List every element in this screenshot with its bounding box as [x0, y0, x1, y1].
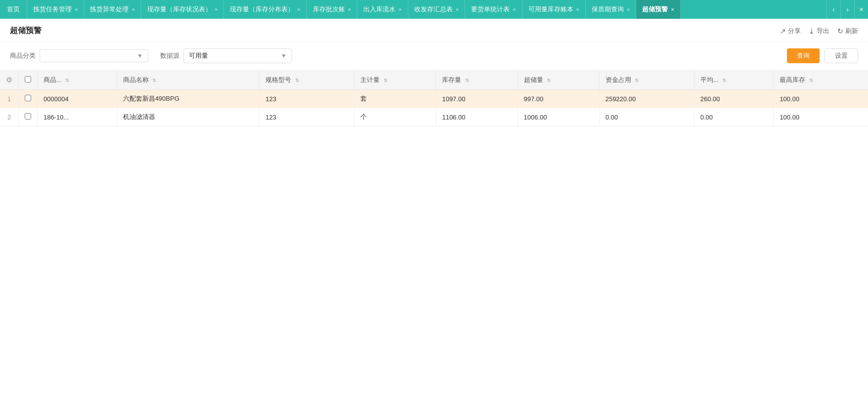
gear-icon[interactable]: ⚙ [6, 76, 12, 84]
select-all-checkbox[interactable] [25, 76, 31, 82]
close-icon[interactable]: × [576, 6, 579, 12]
filter-category: 商品分类 ▼ [10, 49, 148, 62]
nav-tab-jianghuo-yichang[interactable]: 拣货异常处理 × [84, 0, 141, 19]
export-icon: ⤓ [809, 27, 815, 35]
close-icon[interactable]: × [348, 6, 351, 12]
row-checkbox-cell [19, 108, 38, 126]
row-num: 1 [0, 90, 19, 108]
cell-stock: 1097.00 [436, 90, 518, 108]
nav-tab-jianghuo-renwu[interactable]: 拣货任务管理 × [27, 0, 84, 19]
main-table: ⚙ 商品... ⇅ 商品名称 ⇅ 规格型号 ⇅ [0, 71, 868, 126]
datasource-label: 数据源 [160, 51, 179, 60]
nav-arrow-close[interactable]: × [854, 0, 868, 19]
filter-area: 商品分类 ▼ 数据源 可用量 ▼ 查询 设置 [0, 41, 868, 71]
nav-tab-keyongliang-zhangben[interactable]: 可用量库存账本 × [522, 0, 586, 19]
row-checkbox[interactable] [25, 95, 31, 101]
th-unit[interactable]: 主计量 ⇅ [354, 71, 436, 90]
datasource-select-value: 可用量 [189, 51, 208, 60]
th-max-stock[interactable]: 最高库存 ⇅ [774, 71, 868, 90]
sort-icon: ⇅ [65, 78, 69, 83]
close-icon[interactable]: × [513, 6, 516, 12]
cell-product-code: 186-10... [38, 108, 117, 126]
top-navigation: 首页 拣货任务管理 × 拣货异常处理 × 现存量（库存状况表） × 现存量（库存… [0, 0, 868, 19]
datasource-select[interactable]: 可用量 ▼ [183, 48, 292, 63]
cell-max-stock: 100.00 [774, 108, 868, 126]
nav-tab-chaochuyujing[interactable]: 超储预警 × [636, 0, 680, 19]
nav-tab-yaohuo-tongji[interactable]: 要货单统计表 × [465, 0, 522, 19]
chevron-down-icon: ▼ [281, 52, 287, 59]
close-icon[interactable]: × [627, 6, 630, 12]
header-actions: ↗ 分享 ⤓ 导出 ↻ 刷新 [780, 27, 858, 36]
page-header: 超储预警 ↗ 分享 ⤓ 导出 ↻ 刷新 [0, 19, 868, 41]
row-checkbox[interactable] [25, 113, 31, 119]
cell-product-name: 机油滤清器 [117, 108, 260, 126]
refresh-icon: ↻ [837, 27, 843, 35]
sort-icon: ⇅ [384, 78, 388, 83]
cell-avg: 0.00 [694, 108, 774, 126]
cell-overstock: 997.00 [518, 90, 599, 108]
nav-tab-shoufacun-huizong[interactable]: 收发存汇总表 × [408, 0, 465, 19]
nav-tab-xiancunliang-kuanzhuang[interactable]: 现存量（库存状况表） × [141, 0, 224, 19]
close-icon[interactable]: × [215, 6, 217, 12]
table-body: 1 0000004 六配套新昌490BPG 123 套 1097.00 997.… [0, 90, 868, 126]
sort-icon: ⇅ [295, 78, 299, 83]
th-product-name[interactable]: 商品名称 ⇅ [117, 71, 260, 90]
th-stock[interactable]: 库存量 ⇅ [436, 71, 518, 90]
cell-stock: 1106.00 [436, 108, 518, 126]
sort-icon: ⇅ [152, 78, 156, 83]
close-icon[interactable]: × [297, 6, 300, 12]
close-icon[interactable]: × [671, 6, 674, 12]
close-icon[interactable]: × [398, 6, 401, 12]
th-avg[interactable]: 平均... ⇅ [694, 71, 774, 90]
table-header-row: ⚙ 商品... ⇅ 商品名称 ⇅ 规格型号 ⇅ [0, 71, 868, 90]
share-icon: ↗ [780, 27, 786, 35]
nav-arrow-left[interactable]: ‹ [826, 0, 840, 19]
sort-icon: ⇅ [722, 78, 726, 83]
close-icon[interactable]: × [456, 6, 459, 12]
category-label: 商品分类 [10, 51, 36, 60]
nav-arrows: ‹ › × [826, 0, 868, 19]
nav-tab-xiancunliang-fenbiao[interactable]: 现存量（库存分布表） × [224, 0, 306, 19]
cell-spec: 123 [260, 90, 354, 108]
th-checkbox [19, 71, 38, 90]
sort-icon: ⇅ [635, 78, 639, 83]
filter-actions: 查询 设置 [787, 48, 858, 63]
cell-unit: 套 [354, 90, 436, 108]
cell-overstock: 1006.00 [518, 108, 599, 126]
query-button[interactable]: 查询 [787, 48, 820, 63]
nav-arrow-right[interactable]: › [840, 0, 854, 19]
th-overstock[interactable]: 超储量 ⇅ [518, 71, 599, 90]
category-select[interactable]: ▼ [40, 49, 148, 62]
nav-tab-baozhi-chaxun[interactable]: 保质期查询 × [586, 0, 636, 19]
th-settings: ⚙ [0, 71, 19, 90]
th-capital[interactable]: 资金占用 ⇅ [599, 71, 694, 90]
refresh-button[interactable]: ↻ 刷新 [837, 27, 858, 36]
sort-icon: ⇅ [465, 78, 469, 83]
nav-tab-kucun-pici[interactable]: 库存批次账 × [307, 0, 357, 19]
page-title: 超储预警 [10, 26, 42, 36]
filter-datasource: 数据源 可用量 ▼ [160, 48, 292, 63]
close-icon[interactable]: × [131, 6, 134, 12]
table-row: 2 186-10... 机油滤清器 123 个 1106.00 1006.00 … [0, 108, 868, 126]
cell-capital: 259220.00 [599, 90, 694, 108]
cell-avg: 260.00 [694, 90, 774, 108]
row-checkbox-cell [19, 90, 38, 108]
settings-button[interactable]: 设置 [825, 48, 858, 63]
row-num: 2 [0, 108, 19, 126]
close-icon[interactable]: × [75, 6, 78, 12]
page-area: 超储预警 ↗ 分享 ⤓ 导出 ↻ 刷新 商品分类 ▼ 数据源 [0, 19, 868, 395]
th-spec[interactable]: 规格型号 ⇅ [260, 71, 354, 90]
nav-home[interactable]: 首页 [0, 0, 27, 19]
chevron-down-icon: ▼ [137, 52, 143, 59]
nav-tab-churuku-liushui[interactable]: 出入库流水 × [357, 0, 408, 19]
share-button[interactable]: ↗ 分享 [780, 27, 801, 36]
export-button[interactable]: ⤓ 导出 [809, 27, 829, 36]
sort-icon: ⇅ [547, 78, 551, 83]
cell-max-stock: 100.00 [774, 90, 868, 108]
th-product-code[interactable]: 商品... ⇅ [38, 71, 117, 90]
cell-product-code: 0000004 [38, 90, 117, 108]
cell-unit: 个 [354, 108, 436, 126]
table-row: 1 0000004 六配套新昌490BPG 123 套 1097.00 997.… [0, 90, 868, 108]
cell-capital: 0.00 [599, 108, 694, 126]
cell-spec: 123 [260, 108, 354, 126]
